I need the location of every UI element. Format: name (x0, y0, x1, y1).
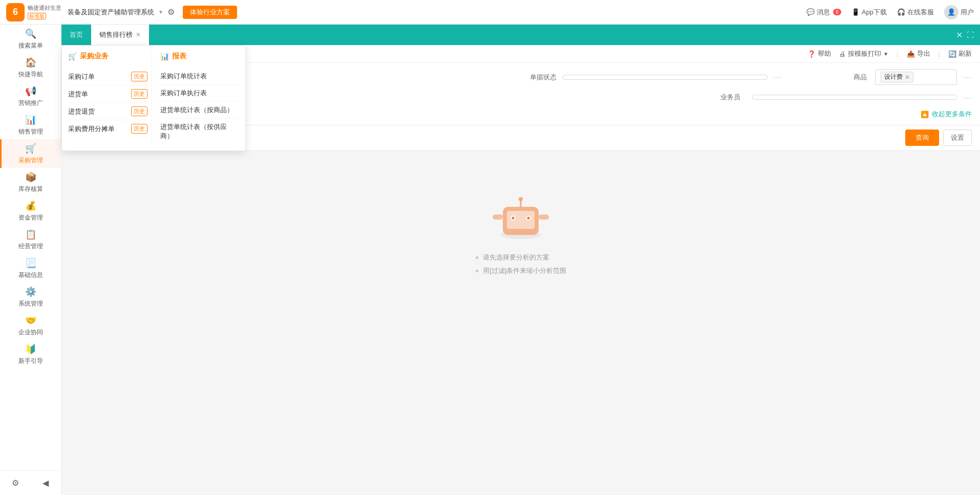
dropdown-item-po-stat[interactable]: 采购订单统计表 (160, 68, 240, 85)
purchase-col: 🛒 采购业务 采购订单 历史 进货单 历史 进货退货 历史 采购费用分摊单 历史 (68, 52, 152, 144)
svg-rect-2 (507, 211, 535, 229)
sidebar-settings-btn[interactable]: ⚙ (0, 471, 31, 495)
dropdown-item-incoming-stat-supplier[interactable]: 进货单统计表（按供应商） (160, 119, 240, 144)
tab-close-icon[interactable]: ✕ (136, 31, 141, 38)
refresh-label: 刷新 (958, 49, 972, 58)
svg-point-5 (512, 217, 515, 220)
report-col-title-text: 报表 (172, 52, 186, 61)
purchase-dropdown-menu: 🛒 采购业务 采购订单 历史 进货单 历史 进货退货 历史 采购费用分摊单 历史… (61, 45, 246, 151)
help-btn[interactable]: ❓ 帮助 (807, 49, 831, 58)
goods-more-btn[interactable]: ··· (963, 73, 972, 81)
dropdown-item-return[interactable]: 进货退货 历史 (68, 103, 147, 120)
print-dropdown-icon: ▼ (883, 51, 888, 57)
filter-action-buttons: 🔼 收起更多条件 (921, 110, 972, 119)
message-btn[interactable]: 💬 消息 6 (806, 8, 841, 17)
settings-icon[interactable]: ⚙ (167, 7, 175, 17)
sidebar-item-newbie[interactable]: 🔰 新手引导 (0, 340, 61, 369)
sidebar-item-basic-info[interactable]: 📃 基础信息 (0, 254, 61, 283)
query-button[interactable]: 查询 (905, 130, 939, 146)
app-download-btn[interactable]: 📱 App下载 (851, 8, 887, 17)
goods-tag-close[interactable]: ✕ (905, 74, 910, 81)
expand-icon[interactable]: ⛶ (967, 31, 974, 39)
system-name[interactable]: 装备及固定资产辅助管理系统 ▼ (68, 8, 163, 17)
purchase-col-icon: 🛒 (68, 52, 77, 60)
tab-home[interactable]: 首页 (61, 25, 91, 45)
purchase-icon: 🛒 (25, 143, 36, 154)
toolbar-sep1: | (897, 50, 898, 58)
sidebar-item-marketing[interactable]: 📢 营销推广 (0, 82, 61, 111)
dropdown-item-incoming[interactable]: 进货单 历史 (68, 85, 147, 103)
empty-text-block: ● 请先选择要分析的方案 ● 用[过滤]条件来缩小分析范围 (475, 251, 567, 277)
svg-rect-9 (493, 214, 503, 220)
export-btn[interactable]: 📤 导出 (907, 49, 930, 58)
sidebar-label-finance: 资金管理 (18, 213, 43, 222)
purchase-col-title: 🛒 采购业务 (68, 52, 147, 64)
tab-sales-rank[interactable]: 销售排行榜 ✕ (91, 25, 149, 45)
toolbar-sep2: | (939, 50, 940, 58)
topbar: 6 畅捷通好生意 标准版 装备及固定资产辅助管理系统 ▼ ⚙ 体验行业方案 💬 … (0, 0, 980, 25)
sidebar-label-inventory: 库存核算 (18, 185, 43, 193)
incoming-history: 历史 (131, 89, 147, 99)
goods-tag-text: 设计费 (884, 73, 903, 81)
sidebar-item-quicknav[interactable]: 🏠 快捷导航 (0, 53, 61, 82)
help-label: 帮助 (818, 49, 831, 58)
logo-icon: 6 (6, 3, 25, 21)
report-col-icon: 📊 (160, 52, 169, 60)
sidebar-item-operations[interactable]: 📋 经营管理 (0, 225, 61, 254)
report-col: 📊 报表 采购订单统计表 采购订单执行表 进货单统计表（按商品） 进货单统计表（… (152, 52, 240, 144)
dropdown-item-incoming-stat-goods[interactable]: 进货单统计表（按商品） (160, 102, 240, 119)
user-btn[interactable]: 👤 用户 (944, 5, 974, 19)
search-icon: 🔍 (25, 28, 36, 39)
return-label: 进货退货 (68, 107, 95, 116)
hint2-dot: ● (475, 267, 479, 274)
app-download-label: App下载 (862, 8, 887, 17)
phone-icon: 📱 (851, 8, 860, 16)
system-icon: ⚙️ (25, 286, 36, 297)
salesman-filter-input[interactable] (752, 95, 957, 100)
status-filter-input[interactable] (563, 75, 768, 80)
goods-filter-input[interactable]: 设计费 ✕ (875, 69, 957, 85)
hint1-dot: ● (475, 253, 479, 261)
goods-filter-label: 商品 (854, 73, 869, 82)
sidebar-item-sales[interactable]: 📊 销售管理 (0, 111, 61, 139)
dropdown-item-expense[interactable]: 采购费用分摊单 历史 (68, 120, 147, 137)
inventory-icon: 📦 (25, 171, 36, 183)
message-label: 消息 (817, 8, 830, 17)
dropdown-item-po-exec[interactable]: 采购订单执行表 (160, 85, 240, 102)
sidebar-item-finance[interactable]: 💰 资金管理 (0, 197, 61, 225)
collapse-icon: 🔼 (921, 111, 929, 118)
user-label: 用户 (961, 8, 974, 17)
trial-button[interactable]: 体验行业方案 (183, 6, 237, 19)
sidebar-label-basic-info: 基础信息 (18, 271, 43, 279)
sidebar-item-corp[interactable]: 🤝 企业协同 (0, 311, 61, 340)
print-label: 按模板打印 (848, 49, 881, 58)
close-all-icon[interactable]: ✕ (956, 30, 963, 40)
salesman-more-btn[interactable]: ··· (963, 94, 972, 101)
sidebar-label-marketing: 营销推广 (18, 99, 43, 107)
report-col-title: 📊 报表 (160, 52, 240, 64)
svg-rect-10 (539, 214, 549, 220)
incoming-stat-supplier-label: 进货单统计表（按供应商） (160, 122, 240, 141)
online-service-btn[interactable]: 🎧 在线客服 (897, 8, 934, 17)
purchase-col-title-text: 采购业务 (80, 52, 109, 61)
online-service-label: 在线客服 (907, 8, 934, 17)
sidebar-label-search: 搜索菜单 (18, 41, 43, 50)
dropdown-item-purchase-order[interactable]: 采购订单 历史 (68, 68, 147, 85)
collapse-btn[interactable]: 🔼 收起更多条件 (921, 110, 972, 119)
sales-icon: 📊 (25, 114, 36, 125)
sidebar-item-inventory[interactable]: 📦 库存核算 (0, 168, 61, 197)
sidebar-item-system[interactable]: ⚙️ 系统管理 (0, 283, 61, 311)
sidebar-collapse-btn[interactable]: ◀ (31, 471, 61, 495)
sidebar-item-purchase[interactable]: 🛒 采购管理 (0, 139, 61, 168)
incoming-label: 进货单 (68, 90, 88, 99)
return-history: 历史 (131, 106, 147, 116)
empty-hint2-text: 用[过滤]条件来缩小分析范围 (483, 267, 566, 274)
refresh-btn[interactable]: 🔄 刷新 (948, 49, 972, 58)
tabbar-close-all: ✕ ⛶ (950, 30, 980, 40)
set-button[interactable]: 设置 (943, 130, 972, 146)
print-btn[interactable]: 🖨 按模板打印 ▼ (839, 49, 888, 58)
goods-tag: 设计费 ✕ (881, 72, 913, 82)
expense-label: 采购费用分摊单 (68, 124, 115, 134)
sidebar-item-search[interactable]: 🔍 搜索菜单 (0, 25, 61, 53)
status-more-btn[interactable]: ··· (774, 73, 782, 81)
